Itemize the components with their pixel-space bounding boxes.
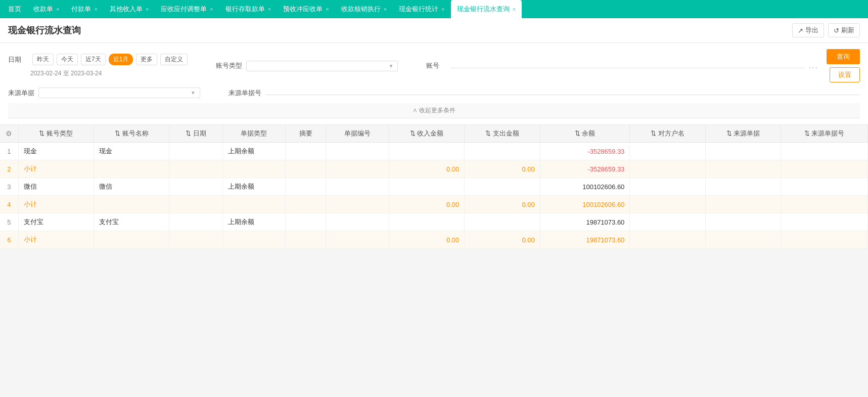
close-icon[interactable]: × bbox=[56, 0, 59, 18]
page-header: 现金银行流水查询 ↗ 导出 ↺ 刷新 bbox=[0, 18, 868, 43]
source-doc-select[interactable]: ▼ bbox=[38, 87, 200, 98]
cell-account-type: 微信 bbox=[18, 178, 94, 196]
cell-source-doc bbox=[705, 213, 781, 231]
col-balance[interactable]: ⇅ 余额 bbox=[540, 125, 630, 143]
cell-balance: -3528659.33 bbox=[540, 143, 630, 160]
table-row: 4 小计 0.00 0.00 100102606.60 bbox=[0, 196, 868, 213]
nav-item-bank-flow[interactable]: 现金银行流水查询 × bbox=[451, 0, 522, 18]
col-expense[interactable]: ⇅ 支出金额 bbox=[465, 125, 540, 143]
cell-income bbox=[389, 143, 464, 160]
row-number: 4 bbox=[0, 196, 18, 213]
col-settings[interactable]: ⚙ bbox=[0, 125, 18, 143]
col-account-type[interactable]: ⇅ 账号类型 bbox=[18, 125, 94, 143]
cell-source-doc-num bbox=[781, 213, 868, 231]
cell-date bbox=[169, 160, 222, 178]
cell-balance: 19871073.60 bbox=[540, 231, 630, 249]
close-icon[interactable]: × bbox=[441, 0, 444, 18]
col-date[interactable]: ⇅ 日期 bbox=[169, 125, 222, 143]
table-header-row: ⚙ ⇅ 账号类型 ⇅ 账号名称 ⇅ 日期 单据类型 摘要 单据编号 ⇅ 收入金额 bbox=[0, 125, 868, 143]
cell-summary bbox=[286, 231, 326, 249]
cell-counterparty bbox=[630, 160, 705, 178]
date-range-display: 2023-02-24 至 2023-03-24 bbox=[30, 70, 102, 77]
table-row: 1 现金 现金 上期余额 -3528659.33 bbox=[0, 143, 868, 160]
close-icon[interactable]: × bbox=[384, 0, 387, 18]
nav-item-adjustment[interactable]: 应收应付调整单 × bbox=[155, 0, 219, 18]
account-type-select[interactable]: ▼ bbox=[246, 61, 398, 71]
table-row: 2 小计 0.00 0.00 -3528659.33 bbox=[0, 160, 868, 178]
cell-income: 0.00 bbox=[389, 160, 464, 178]
date-options: 昨天 今天 近7天 近1月 更多 自定义 bbox=[32, 54, 188, 65]
cell-expense: 0.00 bbox=[465, 160, 540, 178]
cell-source-doc-num bbox=[781, 143, 868, 160]
col-account-name[interactable]: ⇅ 账号名称 bbox=[94, 125, 169, 143]
cell-income bbox=[389, 213, 464, 231]
cell-expense bbox=[465, 178, 540, 196]
cell-source-doc-num bbox=[781, 231, 868, 249]
gear-icon[interactable]: ⚙ bbox=[6, 129, 12, 138]
refresh-button[interactable]: ↺ 刷新 bbox=[828, 23, 860, 37]
date-btn-1month[interactable]: 近1月 bbox=[109, 54, 133, 65]
cell-summary bbox=[286, 196, 326, 213]
cell-source-doc bbox=[705, 143, 781, 160]
close-icon[interactable]: × bbox=[513, 0, 516, 18]
filter-buttons: 查询 设置 bbox=[827, 49, 860, 82]
cell-date bbox=[169, 213, 222, 231]
row-number: 3 bbox=[0, 178, 18, 196]
cell-doc-type: 上期余额 bbox=[222, 178, 286, 196]
collapse-bar[interactable]: ∧ 收起更多条件 bbox=[8, 103, 860, 118]
cell-balance: -3528659.33 bbox=[540, 160, 630, 178]
cell-account-type: 小计 bbox=[18, 231, 94, 249]
close-icon[interactable]: × bbox=[210, 0, 213, 18]
col-source-doc[interactable]: ⇅ 来源单据 bbox=[705, 125, 781, 143]
table-row: 3 微信 微信 上期余额 100102606.60 bbox=[0, 178, 868, 196]
close-icon[interactable]: × bbox=[146, 0, 149, 18]
cell-income bbox=[389, 178, 464, 196]
row-number: 2 bbox=[0, 160, 18, 178]
account-dots-button[interactable]: ... bbox=[809, 61, 818, 70]
close-icon[interactable]: × bbox=[268, 0, 271, 18]
date-btn-yesterday[interactable]: 昨天 bbox=[32, 54, 54, 65]
cell-expense: 0.00 bbox=[465, 196, 540, 213]
date-btn-7days[interactable]: 近7天 bbox=[81, 54, 106, 65]
cell-expense bbox=[465, 213, 540, 231]
col-income[interactable]: ⇅ 收入金额 bbox=[389, 125, 464, 143]
cell-account-type: 现金 bbox=[18, 143, 94, 160]
query-button[interactable]: 查询 bbox=[827, 49, 860, 64]
cell-doc-num bbox=[326, 196, 389, 213]
table-row: 6 小计 0.00 0.00 19871073.60 bbox=[0, 231, 868, 249]
nav-item-other-income[interactable]: 其他收入单 × bbox=[104, 0, 155, 18]
filter-row-date: 日期 昨天 今天 近7天 近1月 更多 自定义 2023-02-24 至 202… bbox=[8, 49, 860, 82]
nav-item-payment[interactable]: 付款单 × bbox=[65, 0, 103, 18]
date-btn-more[interactable]: 更多 bbox=[136, 54, 157, 65]
nav-item-bank-deposit[interactable]: 银行存取款单 × bbox=[219, 0, 277, 18]
cell-doc-num bbox=[326, 143, 389, 160]
export-button[interactable]: ↗ 导出 bbox=[792, 23, 824, 37]
date-btn-custom[interactable]: 自定义 bbox=[160, 54, 188, 65]
account-label: 账号 bbox=[426, 61, 446, 70]
source-doc-label: 来源单据 bbox=[8, 89, 34, 98]
nav-item-home[interactable]: 首页 bbox=[2, 0, 27, 18]
nav-item-verification[interactable]: 收款核销执行 × bbox=[335, 0, 393, 18]
cell-date bbox=[169, 231, 222, 249]
cell-summary bbox=[286, 143, 326, 160]
close-icon[interactable]: × bbox=[326, 0, 329, 18]
nav-item-advance[interactable]: 预收冲应收单 × bbox=[277, 0, 335, 18]
cell-account-type: 小计 bbox=[18, 160, 94, 178]
date-btn-today[interactable]: 今天 bbox=[57, 54, 78, 65]
settings-button[interactable]: 设置 bbox=[830, 67, 860, 82]
cell-summary bbox=[286, 178, 326, 196]
col-doc-num: 单据编号 bbox=[326, 125, 389, 143]
col-doc-type: 单据类型 bbox=[222, 125, 286, 143]
cell-date bbox=[169, 196, 222, 213]
nav-item-receipt[interactable]: 收款单 × bbox=[27, 0, 65, 18]
nav-item-bank-stats[interactable]: 现金银行统计 × bbox=[393, 0, 450, 18]
cell-source-doc bbox=[705, 178, 781, 196]
col-source-doc-num[interactable]: ⇅ 来源单据号 bbox=[781, 125, 868, 143]
cell-source-doc bbox=[705, 196, 781, 213]
col-counterparty[interactable]: ⇅ 对方户名 bbox=[630, 125, 705, 143]
table-row: 5 支付宝 支付宝 上期余额 19871073.60 bbox=[0, 213, 868, 231]
cell-account-name bbox=[94, 160, 169, 178]
close-icon[interactable]: × bbox=[94, 0, 97, 18]
source-doc-num-label: 来源单据号 bbox=[229, 89, 261, 98]
cell-account-name bbox=[94, 196, 169, 213]
